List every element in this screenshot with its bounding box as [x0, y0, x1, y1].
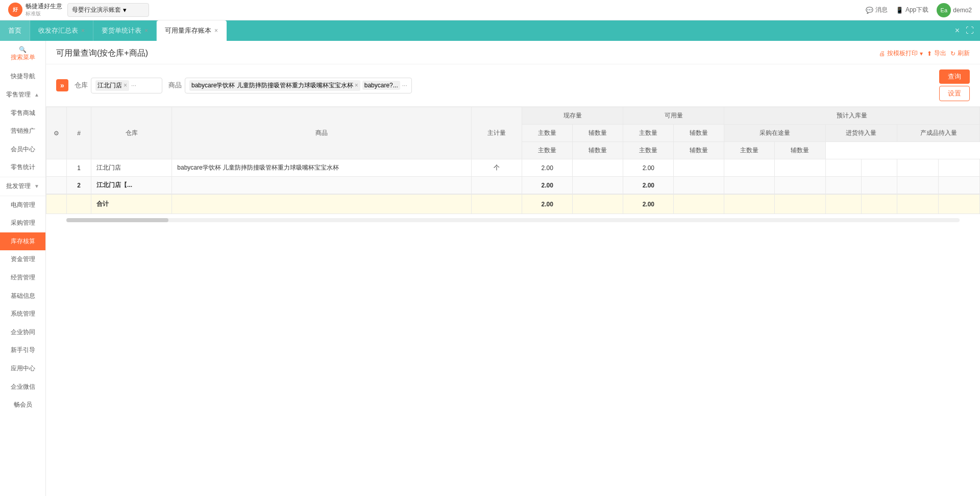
user-name: demo2 — [953, 7, 972, 14]
refresh-icon: ↻ — [950, 50, 955, 57]
sidebar-item-retail-stats[interactable]: 零售统计 — [0, 158, 45, 177]
app-download-button[interactable]: 📱 App下载 — [896, 6, 928, 14]
row2-unit — [472, 177, 522, 195]
th-index: # — [67, 107, 91, 159]
query-button[interactable]: 查询 — [939, 69, 970, 84]
page-actions: 🖨 按模板打印 ▾ ⬆ 导出 ↻ 刷新 — [879, 49, 970, 58]
warehouse-tag-text: 江北门店 — [97, 81, 122, 90]
marketing-label: 营销推广 — [11, 127, 35, 134]
tab-receipt-label: 收发存汇总表 — [38, 26, 78, 35]
scroll-bar[interactable] — [66, 218, 960, 222]
tab-order-label: 要货单统计表 — [102, 26, 141, 35]
user-profile[interactable]: Ea demo2 — [937, 3, 972, 17]
tab-expand-icon[interactable]: ⛶ — [964, 24, 976, 37]
sidebar-item-operations[interactable]: 经营管理 — [0, 269, 45, 287]
warehouse-more-icon[interactable]: ··· — [131, 82, 136, 89]
th-forecast-in: 预计入库量 — [724, 107, 980, 125]
settings-button[interactable]: 设置 — [939, 86, 970, 101]
export-label: 导出 — [934, 49, 946, 58]
sidebar-item-finance[interactable]: 资金管理 — [0, 250, 45, 269]
product-more-icon[interactable]: ··· — [402, 82, 407, 89]
th-purchase-in-transit: 采购在途量 — [724, 125, 825, 142]
sidebar-item-basic-info[interactable]: 基础信息 — [0, 287, 45, 305]
column-settings-icon[interactable]: ⚙ — [54, 130, 59, 137]
export-button[interactable]: ⬆ 导出 — [927, 49, 946, 58]
message-button[interactable]: 💬 消息 — [866, 6, 888, 14]
footer-p4 — [861, 194, 897, 214]
sidebar-search[interactable]: 🔍 搜索菜单 — [0, 41, 45, 67]
sidebar-item-retail-mgmt[interactable]: 零售管理 ▲ — [0, 86, 45, 104]
tab-order-close-icon[interactable]: × — [144, 27, 148, 34]
product-tag-2: babycare?... — [362, 81, 400, 90]
sidebar-item-member[interactable]: 会员中心 — [0, 140, 45, 159]
th-available: 可用量 — [623, 107, 724, 125]
sidebar-item-purchase[interactable]: 采购管理 — [0, 214, 45, 232]
filter-actions: 查询 设置 — [939, 69, 970, 101]
tab-home[interactable]: 首页 — [0, 20, 30, 41]
row2-warehouse: 江北门店【... — [91, 177, 172, 195]
new-guide-label: 新手引导 — [11, 346, 35, 353]
tab-available-close-icon[interactable]: × — [214, 27, 218, 34]
operations-label: 经营管理 — [11, 274, 35, 281]
row2-avail-main: 2.00 — [623, 177, 674, 195]
th-warehouse: 仓库 — [91, 107, 172, 159]
sidebar-quick-nav[interactable]: 快捷导航 — [0, 67, 45, 86]
logo-icon: 好 — [8, 3, 22, 17]
sidebar-item-enterprise-wechat[interactable]: 企业微信 — [0, 378, 45, 396]
page-content: 可用量查询(按仓库+商品) 🖨 按模板打印 ▾ ⬆ 导出 ↻ 刷新 — [46, 41, 980, 496]
sidebar-item-marketing[interactable]: 营销推广 — [0, 122, 45, 140]
sidebar-item-app-center[interactable]: 应用中心 — [0, 360, 45, 378]
finance-label: 资金管理 — [11, 255, 35, 263]
footer-empty-1 — [67, 194, 91, 214]
tab-close-all-icon[interactable]: × — [953, 24, 962, 37]
th-inbound-main: 主数量 — [623, 142, 674, 159]
print-template-button[interactable]: 🖨 按模板打印 ▾ — [879, 49, 923, 58]
th-product-aux: 辅数量 — [775, 142, 825, 159]
row2-product-aux — [939, 177, 980, 195]
sidebar-item-ecommerce[interactable]: 电商管理 — [0, 196, 45, 215]
footer-settings — [46, 194, 67, 214]
warehouse-filter-input[interactable]: 江北门店 × ··· — [91, 78, 162, 93]
tab-receipt-close-icon[interactable]: × — [81, 27, 85, 34]
tab-available-stock[interactable]: 可用量库存账本 × — [157, 20, 227, 41]
warehouse-filter-label: 仓库 — [75, 81, 88, 90]
member-plan-label: 畅会员 — [14, 401, 32, 408]
th-product-main: 主数量 — [724, 142, 775, 159]
product-filter-input[interactable]: babycare学饮杯 儿童防摔防撞吸管杯重力球吸嘴杯宝宝水杯 × babyca… — [185, 78, 412, 93]
filter-expand-button[interactable]: » — [56, 79, 68, 91]
th-avail-aux: 辅数量 — [674, 125, 724, 142]
row1-product-main — [897, 159, 939, 177]
refresh-button[interactable]: ↻ 刷新 — [950, 49, 970, 58]
th-purchase-aux: 辅数量 — [573, 142, 623, 159]
sidebar-item-retail-store[interactable]: 零售商城 — [0, 104, 45, 123]
tab-receipt-summary[interactable]: 收发存汇总表 × — [30, 20, 93, 41]
warehouse-tag: 江北门店 × — [95, 80, 129, 91]
sidebar-item-member-plan[interactable]: 畅会员 — [0, 396, 45, 414]
sidebar-section-retail: 零售管理 ▲ 零售商城 营销推广 会员中心 零售统计 — [0, 86, 45, 177]
main-layout: 🔍 搜索菜单 快捷导航 零售管理 ▲ 零售商城 营销推广 会员中心 零售统计 — [0, 41, 980, 496]
th-current-main: 主数量 — [522, 125, 573, 142]
footer-p3 — [825, 194, 861, 214]
tenant-selector[interactable]: 母婴行业演示账套 ▾ — [67, 3, 149, 17]
row1-avail-aux — [674, 159, 724, 177]
warehouse-tag-close-icon[interactable]: × — [124, 82, 127, 89]
sidebar-item-inventory[interactable]: 库存核算 — [0, 232, 45, 251]
th-settings[interactable]: ⚙ — [46, 107, 67, 159]
sidebar-item-enterprise-collab[interactable]: 企业协同 — [0, 323, 45, 342]
row1-product: babycare学饮杯 儿童防摔防撞吸管杯重力球吸嘴杯宝宝水杯 — [172, 159, 472, 177]
footer-avail-aux — [674, 194, 724, 214]
sidebar-item-new-guide[interactable]: 新手引导 — [0, 341, 45, 360]
row1-inbound-main — [825, 159, 861, 177]
scroll-thumb[interactable] — [66, 218, 168, 222]
footer-p6 — [939, 194, 980, 214]
product-tag-1-close-icon[interactable]: × — [355, 82, 358, 89]
wholesale-label: 批发管理 — [6, 182, 31, 191]
row2-settings — [46, 177, 67, 195]
row1-unit: 个 — [472, 159, 522, 177]
sidebar-item-system[interactable]: 系统管理 — [0, 305, 45, 323]
tab-order-stats[interactable]: 要货单统计表 × — [93, 20, 157, 41]
th-current-stock: 现存量 — [522, 107, 623, 125]
sidebar-item-wholesale[interactable]: 批发管理 ▼ — [0, 177, 45, 196]
logo-text-block: 畅捷通好生意 标准版 — [26, 3, 62, 17]
tab-bar-actions: × ⛶ — [953, 24, 980, 37]
